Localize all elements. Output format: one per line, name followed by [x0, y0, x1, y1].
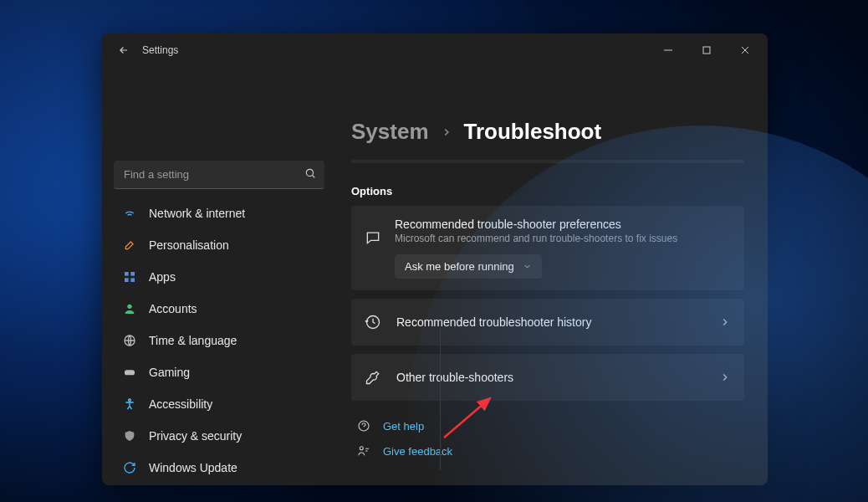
- sidebar-item-label: Privacy & security: [149, 429, 242, 443]
- history-icon: [365, 314, 381, 330]
- troubleshooter-history-row[interactable]: Recommended troubleshooter history: [351, 299, 744, 346]
- sidebar: Network & internet Personalisation Apps …: [102, 67, 336, 485]
- svg-rect-0: [703, 47, 710, 54]
- chevron-right-icon: [719, 371, 731, 383]
- sidebar-item-accessibility[interactable]: Accessibility: [114, 388, 324, 420]
- sidebar-item-label: Windows Update: [149, 461, 237, 474]
- sidebar-item-windows-update[interactable]: Windows Update: [114, 452, 324, 484]
- sidebar-item-label: Accessibility: [149, 397, 212, 411]
- link-label: Get help: [383, 420, 424, 433]
- sidebar-item-time-language[interactable]: Time & language: [114, 325, 324, 356]
- other-troubleshooters-row[interactable]: Other trouble-shooters: [351, 354, 744, 401]
- breadcrumb: System Troubleshoot: [351, 119, 744, 145]
- sidebar-item-network[interactable]: Network & internet: [114, 197, 324, 229]
- sidebar-item-privacy[interactable]: Privacy & security: [114, 420, 324, 452]
- chevron-down-icon: [523, 262, 532, 271]
- search-input[interactable]: [114, 161, 324, 189]
- window-controls: [649, 33, 764, 67]
- section-heading: Options: [351, 185, 744, 197]
- sidebar-item-label: Apps: [149, 270, 176, 284]
- game-icon: [122, 365, 137, 380]
- svg-point-11: [360, 447, 363, 450]
- card-title: Recommended troubleshooter history: [396, 315, 591, 329]
- card-subtitle: Microsoft can recommend and run trouble-…: [395, 233, 731, 244]
- chevron-right-icon: [719, 316, 731, 328]
- sidebar-item-label: Personalisation: [149, 238, 229, 252]
- prefs-select[interactable]: Ask me before running: [395, 254, 542, 279]
- sidebar-item-apps[interactable]: Apps: [114, 261, 324, 293]
- svg-line-12: [444, 398, 490, 438]
- give-feedback-link[interactable]: Give feedback: [356, 444, 744, 458]
- help-links: Get help Give feedback: [351, 419, 744, 458]
- back-button[interactable]: [109, 35, 139, 65]
- chat-icon: [365, 229, 381, 246]
- minimize-button[interactable]: [649, 33, 687, 67]
- sidebar-item-personalisation[interactable]: Personalisation: [114, 229, 324, 261]
- sidebar-item-label: Time & language: [149, 334, 237, 347]
- close-button[interactable]: [726, 33, 764, 67]
- shield-icon: [122, 428, 137, 443]
- breadcrumb-parent[interactable]: System: [351, 119, 429, 145]
- chevron-right-icon: [441, 126, 452, 138]
- titlebar: Settings: [102, 33, 768, 67]
- wifi-icon: [122, 206, 137, 221]
- sidebar-nav: Network & internet Personalisation Apps …: [114, 197, 324, 484]
- svg-point-6: [127, 305, 131, 309]
- sidebar-item-label: Accounts: [149, 302, 197, 315]
- settings-window: Settings Network & i: [102, 33, 768, 485]
- sidebar-item-label: Gaming: [149, 366, 190, 379]
- divider: [440, 328, 441, 470]
- card-title: Other trouble-shooters: [396, 371, 513, 384]
- svg-rect-4: [125, 278, 129, 282]
- accessibility-icon: [122, 397, 137, 412]
- apps-icon: [122, 269, 137, 284]
- svg-point-9: [129, 399, 131, 402]
- svg-point-10: [359, 421, 369, 431]
- annotation-arrow: [440, 392, 507, 442]
- account-icon: [122, 301, 137, 316]
- link-label: Give feedback: [383, 445, 452, 458]
- globe-icon: [122, 333, 137, 348]
- get-help-link[interactable]: Get help: [356, 419, 744, 433]
- maximize-button[interactable]: [687, 33, 726, 67]
- card-title: Recommended trouble-shooter preferences: [395, 218, 731, 231]
- svg-rect-5: [130, 278, 135, 282]
- search-icon: [304, 167, 316, 179]
- window-title: Settings: [142, 44, 178, 56]
- troubleshooter-prefs-card: Recommended trouble-shooter preferences …: [351, 206, 744, 290]
- help-icon: [356, 419, 371, 433]
- breadcrumb-current: Troubleshoot: [464, 119, 602, 145]
- svg-rect-3: [130, 272, 135, 276]
- feedback-icon: [356, 444, 371, 458]
- update-icon: [122, 460, 137, 475]
- main-content: System Troubleshoot Options Recommended …: [336, 67, 768, 485]
- progress-bar: [351, 160, 744, 163]
- sidebar-item-label: Network & internet: [149, 207, 245, 220]
- svg-rect-2: [125, 272, 129, 276]
- svg-rect-8: [125, 370, 135, 375]
- svg-point-1: [306, 169, 313, 176]
- select-value: Ask me before running: [405, 260, 514, 273]
- wrench-icon: [365, 369, 381, 386]
- sidebar-item-gaming[interactable]: Gaming: [114, 356, 324, 388]
- sidebar-item-accounts[interactable]: Accounts: [114, 293, 324, 325]
- brush-icon: [122, 238, 137, 253]
